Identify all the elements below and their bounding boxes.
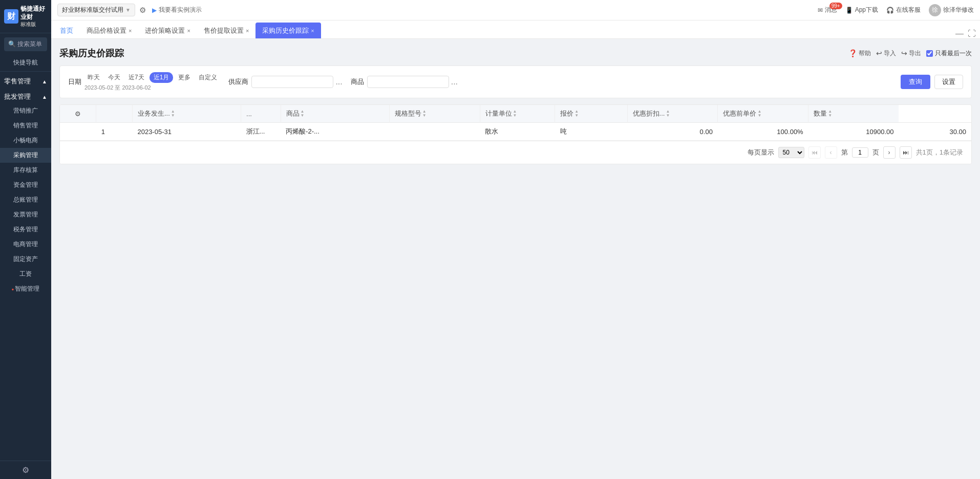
dot-indicator: ● [12,287,14,292]
date-btn-today[interactable]: 今天 [105,72,123,83]
help-button[interactable]: ❓ 帮助 [848,49,871,58]
sidebar-item-retail[interactable]: 零售管理 ▲ [0,73,51,88]
sort-arrows-spec: ▲▼ [422,110,427,118]
col-header-product[interactable]: 商品 ▲▼ [281,105,389,123]
row-unit: 散水 [480,123,555,141]
sort-arrows-preprice: ▲▼ [757,110,761,118]
product-dots[interactable]: ... [451,77,458,86]
tabs-right: — ⛶ [951,29,980,38]
last-page-button[interactable]: ⏭ [900,146,912,159]
supplier-input[interactable] [251,76,333,88]
sidebar-item-sales[interactable]: 销售管理 [0,118,51,133]
supplier-dots[interactable]: ... [335,77,342,86]
tab-price[interactable]: 商品价格设置 × [80,23,138,38]
pagination-info: 共1页，1条记录 [916,148,963,157]
row-date: 2023-05-31 [132,123,241,141]
export-button[interactable]: ↪ 导出 [901,49,921,58]
sidebar-item-inventory[interactable]: 库存核算 [0,163,51,178]
filter-bar: 日期 昨天 今天 近7天 近1月 更多 自定义 2023-05-02 至 202… [59,66,972,98]
col-header-discount[interactable]: 优惠折扣... ▲▼ [627,105,718,123]
gear-icon[interactable]: ⚙ [75,110,81,118]
col-header-unit[interactable]: 计量单位 ▲▼ [480,105,555,123]
prev-page-button[interactable]: ‹ [825,146,837,159]
sidebar-item-smart[interactable]: ●智能管理 [0,281,51,296]
app-download-button[interactable]: 📱 App下载 [845,6,878,14]
sidebar-item-invoice[interactable]: 发票管理 [0,207,51,222]
sidebar: 财 畅捷通好业财 标准版 🔍 搜索菜单 快捷导航 零售管理 ▲ 批发管理 ▲ 营… [0,0,51,479]
user-menu[interactable]: 徐 徐泽华修改 [929,4,974,16]
close-icon[interactable]: × [246,28,249,34]
row-supplier: 浙江... [241,123,281,141]
chevron-up-icon: ▲ [42,94,47,100]
import-icon: ↩ [876,49,882,57]
col-header-gear: ⚙ [60,105,96,123]
date-btn-custom[interactable]: 自定义 [196,72,220,83]
col-header-spec[interactable]: 规格型号 ▲▼ [389,105,480,123]
col-header-dots[interactable]: ... [241,105,281,123]
sidebar-item-ecommerce[interactable]: 电商管理 [0,237,51,252]
sidebar-item-ecommerce-small[interactable]: 小畅电商 [0,133,51,148]
tab-history-price[interactable]: 采购历史价跟踪 × [255,23,321,38]
settings-icon[interactable]: ⚙ [22,465,29,475]
filter-date-options: 昨天 今天 近7天 近1月 更多 自定义 [84,72,220,83]
page-label: 第 [841,148,848,157]
date-btn-last7[interactable]: 近7天 [125,72,147,83]
table-row: 1 2023-05-31 浙江... 丙烯酸-2-... [60,123,971,141]
sidebar-item-quick-nav[interactable]: 快捷导航 [0,55,51,70]
chevron-up-icon: ▲ [42,79,47,84]
per-page-label: 每页显示 [748,148,774,157]
sidebar-item-salary[interactable]: 工资 [0,267,51,281]
supplier-input-group: ... [251,76,342,88]
maximize-button[interactable]: ⛶ [968,29,976,38]
first-page-button[interactable]: ⏮ [808,146,821,159]
date-btn-yesterday[interactable]: 昨天 [84,72,103,83]
row-price-unit: 吨 [555,123,627,141]
page-content: 采购历史价跟踪 ❓ 帮助 ↩ 导入 ↪ 导出 只看最后一次 [51,39,980,479]
settings-button[interactable]: 设置 [934,75,963,89]
col-header-qty[interactable]: 数量 ▲▼ [808,105,899,123]
topbar-settings-icon[interactable]: ⚙ [139,6,146,15]
close-icon[interactable]: × [311,28,314,34]
col-header-price[interactable]: 报价 ▲▼ [555,105,627,123]
minimize-button[interactable]: — [955,29,964,38]
sidebar-item-wholesale[interactable]: 批发管理 ▲ [0,88,51,103]
page-suffix: 页 [872,148,879,157]
col-header-date[interactable]: 业务发生... ▲▼ [132,105,241,123]
sidebar-search-container: 🔍 搜索菜单 [0,33,51,55]
sidebar-item-finance[interactable]: 资金管理 [0,178,51,192]
pagination-bar: 每页显示 50 20 100 ⏮ ‹ 第 页 › ⏭ 共1页，1条记录 [60,141,971,164]
close-icon[interactable]: × [187,28,190,34]
sidebar-bottom: ⚙ [0,461,51,479]
sort-arrows-qty: ▲▼ [828,110,832,118]
import-button[interactable]: ↩ 导入 [876,49,896,58]
query-button[interactable]: 查询 [901,75,930,89]
sidebar-item-tax[interactable]: 税务管理 [0,222,51,237]
product-input[interactable] [367,76,449,88]
only-last-checkbox[interactable] [926,50,933,57]
filter-product-group: 商品 ... [351,76,458,88]
date-btn-last1m[interactable]: 近1月 [150,72,174,83]
sort-arrows-unit: ▲▼ [513,110,517,118]
only-last-checkbox-label[interactable]: 只看最后一次 [926,49,972,58]
help-icon: ❓ [848,49,857,57]
demo-button[interactable]: ▶ 我要看实例演示 [152,6,202,14]
product-filter-label: 商品 [351,77,364,86]
product-selector[interactable]: 好业财标准版交付试用 ▼ [57,4,135,16]
col-header-preprice[interactable]: 优惠前单价 ▲▼ [718,105,808,123]
page-input[interactable] [852,147,868,158]
sidebar-item-purchase[interactable]: 采购管理 [0,148,51,163]
search-menu-button[interactable]: 🔍 搜索菜单 [4,37,47,51]
tab-purchase-strategy[interactable]: 进价策略设置 × [138,23,197,38]
close-icon[interactable]: × [129,28,132,34]
tab-home[interactable]: 首页 [53,23,80,38]
per-page-select[interactable]: 50 20 100 [778,147,804,158]
next-page-button[interactable]: › [883,146,896,159]
sidebar-item-accounting[interactable]: 总账管理 [0,192,51,207]
messages-button[interactable]: ✉ 消息 99+ [818,6,837,14]
date-btn-more[interactable]: 更多 [175,72,194,83]
sidebar-item-label: 批发管理 [4,92,31,101]
online-service-button[interactable]: 🎧 在线客服 [886,6,921,14]
tab-sale-price[interactable]: 售价提取设置 × [197,23,255,38]
sidebar-item-marketing[interactable]: 营销推广 [0,103,51,118]
sidebar-item-assets[interactable]: 固定资产 [0,252,51,267]
